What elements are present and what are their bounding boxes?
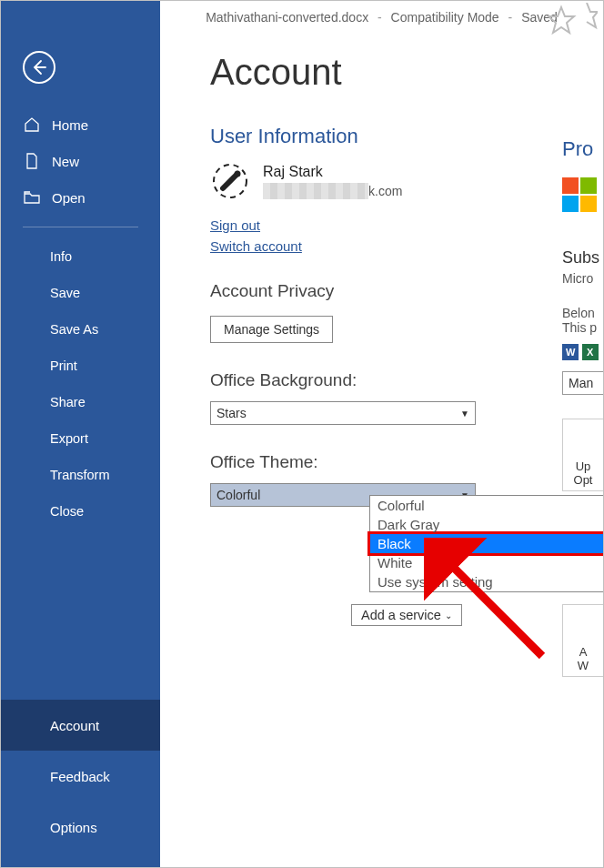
thisp-label: This p [562,320,603,335]
nav-save-label: Save [50,286,80,300]
belong-label: Belon [562,306,603,320]
office-theme-heading: Office Theme: [210,452,603,472]
nav-export-label: Export [50,431,88,446]
folder-open-icon [23,188,41,207]
account-privacy-heading: Account Privacy [210,281,603,301]
page-title: Account [210,52,603,93]
email-redacted-portion [263,183,368,199]
theme-option-white[interactable]: White [370,553,604,572]
micro-label: Micro [562,271,603,286]
theme-option-colorful[interactable]: Colorful [370,496,604,515]
add-service-button[interactable]: Add a service ⌄ [351,604,462,626]
nav-close-label: Close [50,504,84,519]
switch-account-link[interactable]: Switch account [210,238,302,254]
titlebar-separator: - [372,10,388,25]
nav-account-label: Account [50,718,99,733]
nav-feedback-label: Feedback [50,769,110,784]
word-icon: W [562,344,579,360]
svg-text:W: W [566,347,576,358]
office-logo-icon [562,177,603,212]
new-doc-icon [23,152,41,170]
nav-transform[interactable]: Transform [1,457,160,493]
nav-share[interactable]: Share [1,384,160,420]
nav-new-label: New [52,154,79,169]
user-info-heading: User Information [210,125,603,148]
sign-out-link[interactable]: Sign out [210,217,260,233]
user-email: k.com [263,183,402,199]
user-display-name: Raj Stark [263,161,402,183]
nav-close[interactable]: Close [1,493,160,530]
nav-home-label: Home [52,117,88,133]
about-word-button-crop[interactable]: A W [562,604,603,677]
nav-save[interactable]: Save [1,275,160,311]
theme-option-darkgray[interactable]: Dark Gray [370,515,604,534]
nav-save-as-label: Save As [50,322,98,337]
back-button[interactable] [23,51,55,84]
backstage-sidebar: Home New Open Info Save Save As Print Sh… [1,1,160,867]
svg-point-1 [235,171,241,177]
user-avatar-icon [210,161,250,201]
chevron-down-icon: ⌄ [445,611,452,621]
email-suffix: k.com [368,184,402,198]
nav-info-label: Info [50,249,72,264]
manage-account-button-crop[interactable]: Man [562,371,603,395]
chevron-down-icon: ▼ [460,409,469,419]
nav-export[interactable]: Export [1,420,160,457]
nav-print-label: Print [50,358,77,373]
home-icon [23,116,41,134]
arrow-left-icon [30,58,48,76]
theme-option-use-system[interactable]: Use system setting [370,572,604,591]
office-background-value: Stars [216,406,247,420]
nav-open[interactable]: Open [1,179,160,216]
product-info-heading: Pro [562,137,603,161]
nav-feedback[interactable]: Feedback [1,751,160,802]
star-icon [543,3,598,48]
nav-save-as[interactable]: Save As [1,311,160,348]
nav-new[interactable]: New [1,143,160,179]
titlebar-separator-2: - [503,10,518,25]
sidebar-divider [23,227,138,227]
main-area: Mathivathani-converted.docx - Compatibil… [160,1,603,867]
nav-options[interactable]: Options [1,802,160,853]
nav-home[interactable]: Home [1,106,160,143]
nav-print[interactable]: Print [1,348,160,384]
office-theme-dropdown: Colorful Dark Gray Black White Use syste… [369,495,604,592]
theme-option-black[interactable]: Black [370,534,604,553]
nav-share-label: Share [50,395,86,409]
office-theme-value: Colorful [216,488,260,502]
add-service-label: Add a service [361,608,441,622]
titlebar-mode: Compatibility Mode [391,10,499,25]
nav-open-label: Open [52,190,86,206]
nav-account[interactable]: Account [1,700,160,751]
nav-info[interactable]: Info [1,238,160,275]
nav-options-label: Options [50,820,97,835]
office-background-combo[interactable]: Stars ▼ [210,401,476,425]
update-options-button-crop[interactable]: Up Opt [562,419,603,491]
user-row: Raj Stark k.com [210,161,603,201]
titlebar-filename: Mathivathani-converted.docx [206,10,368,25]
subscription-label: Subs [562,248,603,267]
office-background-heading: Office Background: [210,370,603,390]
nav-transform-label: Transform [50,468,110,482]
excel-icon: X [582,344,599,360]
window-titlebar: Mathivathani-converted.docx - Compatibil… [160,1,603,29]
svg-text:X: X [587,347,594,358]
manage-settings-button[interactable]: Manage Settings [210,316,333,343]
